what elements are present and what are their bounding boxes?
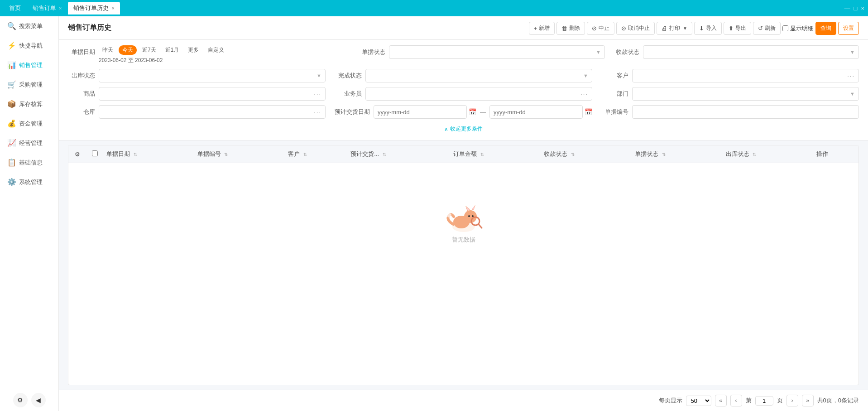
page-size-select[interactable]: 10 20 50 100: [686, 396, 711, 406]
pagination-bar: 每页显示 10 20 50 100 « ‹ 第 页 › » 共0页，0条记录: [59, 390, 868, 411]
th-date: 单据日期 ⇅: [103, 145, 194, 163]
table-settings-icon[interactable]: ⚙: [75, 151, 80, 158]
sidebar: 🔍 搜索菜单 ⚡ 快捷导航 📊 销售管理 🛒 采购管理 📦 库存核算 💰 资金管…: [0, 16, 59, 411]
tab-sales-order[interactable]: 销售订单 ×: [27, 2, 67, 15]
new-button[interactable]: + 新增: [529, 22, 555, 35]
export-icon: ⬆: [729, 25, 734, 32]
sidebar-item-quick-nav[interactable]: ⚡ 快捷导航: [0, 36, 58, 55]
refresh-icon: ↺: [758, 25, 763, 32]
delivery-date-group: 📅 — 📅: [374, 105, 592, 119]
warehouse-input[interactable]: ···: [99, 105, 326, 119]
sort-order-status-icon[interactable]: ⇅: [662, 152, 666, 157]
doc-number-input[interactable]: [632, 105, 859, 119]
product-input[interactable]: ···: [99, 87, 326, 101]
department-select[interactable]: ▼: [632, 87, 859, 101]
tab-sales-order-close[interactable]: ×: [59, 5, 62, 11]
export-button[interactable]: ⬆ 导出: [724, 22, 751, 35]
sort-date-icon[interactable]: ⇅: [134, 152, 137, 157]
sort-delivery-icon[interactable]: ⇅: [383, 152, 386, 157]
tab-bar: 首页 销售订单 × 销售订单历史 × — □ ×: [0, 0, 868, 16]
sidebar-item-finance[interactable]: 💰 资金管理: [0, 114, 58, 133]
import-icon: ⬇: [699, 25, 704, 32]
empty-text: 暂无数据: [452, 236, 475, 244]
prev-page-btn[interactable]: ‹: [730, 395, 742, 406]
sort-out-status-icon[interactable]: ⇅: [753, 152, 756, 157]
stop-button[interactable]: ⊘ 中止: [587, 22, 614, 35]
customer-input[interactable]: ···: [632, 69, 859, 82]
sidebar-bottom: ⚙ ◀: [0, 389, 58, 411]
show-detail-checkbox-label[interactable]: 显示明细: [782, 24, 814, 33]
complete-status-select[interactable]: ▼: [365, 69, 592, 82]
sidebar-settings-btn[interactable]: ⚙: [13, 393, 28, 407]
tab-sales-order-history-close[interactable]: ×: [111, 5, 114, 11]
filter-row4: 仓库 ··· 预计交货日期 📅 — 📅 单据编号: [68, 105, 859, 119]
th-order-status: 单据状态 ⇅: [631, 145, 722, 163]
th-checkbox[interactable]: [86, 145, 103, 163]
sidebar-item-operations[interactable]: 📈 经营管理: [0, 133, 58, 153]
sidebar-collapse-btn[interactable]: ◀: [31, 393, 46, 407]
window-controls: — □ ×: [844, 5, 864, 12]
query-button[interactable]: 查询: [815, 22, 836, 35]
page-title: 销售订单历史: [68, 23, 111, 33]
sidebar-item-sales-mgmt[interactable]: 📊 销售管理: [0, 55, 58, 75]
th-out-status: 出库状态 ⇅: [722, 145, 813, 163]
date-tab-yesterday[interactable]: 昨天: [99, 45, 117, 55]
next-page-btn[interactable]: ›: [786, 395, 798, 406]
delivery-date-start[interactable]: [374, 105, 467, 119]
order-status-select[interactable]: ▼: [389, 45, 605, 59]
import-button[interactable]: ⬇ 导入: [694, 22, 722, 35]
page-number-input[interactable]: [755, 396, 773, 406]
date-range-text: 2023-06-02 至 2023-06-02: [99, 57, 349, 64]
print-arrow-icon: ▼: [683, 26, 687, 31]
tab-home[interactable]: 首页: [4, 2, 26, 15]
sort-amount-icon[interactable]: ⇅: [480, 152, 484, 157]
date-tab-custom[interactable]: 自定义: [204, 45, 228, 55]
sidebar-item-purchase-mgmt[interactable]: 🛒 采购管理: [0, 75, 58, 94]
date-tab-today[interactable]: 今天: [119, 45, 137, 55]
filter-row3: 商品 ··· 业务员 ··· 部门 ▼: [68, 87, 859, 101]
sort-customer-icon[interactable]: ⇅: [303, 152, 307, 157]
delivery-date-start-cal-icon[interactable]: 📅: [469, 108, 476, 116]
collapse-row[interactable]: ∧ 收起更多条件: [68, 123, 859, 135]
date-period-label: 单据日期: [68, 45, 95, 56]
date-tab-more[interactable]: 更多: [184, 45, 202, 55]
delete-button[interactable]: 🗑 删除: [556, 22, 585, 35]
sidebar-item-basic-info[interactable]: 📋 基础信息: [0, 153, 58, 172]
data-table: ⚙ 单据日期 ⇅ 单据编号 ⇅: [68, 145, 858, 280]
filter-order-status: 单据状态 ▼: [358, 45, 605, 59]
window-close[interactable]: ×: [861, 5, 864, 12]
salesperson-input[interactable]: ···: [365, 87, 592, 101]
inventory-icon: 📦: [7, 100, 15, 108]
th-amount: 订单金额 ⇅: [450, 145, 541, 163]
window-maximize[interactable]: □: [854, 5, 858, 12]
date-tab-7days[interactable]: 近7天: [139, 45, 160, 55]
window-minimize[interactable]: —: [844, 5, 850, 12]
stop-icon: ⊘: [592, 25, 597, 32]
last-page-btn[interactable]: »: [802, 395, 814, 406]
filter-department: 部门 ▼: [601, 87, 859, 101]
sidebar-item-system[interactable]: ⚙️ 系统管理: [0, 172, 58, 192]
print-button[interactable]: 🖨 打印 ▼: [657, 22, 692, 35]
settings-button[interactable]: 设置: [838, 22, 859, 35]
payment-status-select[interactable]: ▼: [643, 45, 859, 59]
finance-icon: 💰: [7, 119, 15, 128]
show-detail-checkbox[interactable]: [782, 25, 788, 31]
refresh-button[interactable]: ↺ 刷新: [753, 22, 781, 35]
delivery-date-end[interactable]: [489, 105, 583, 119]
first-page-btn[interactable]: «: [715, 395, 727, 406]
select-all-checkbox[interactable]: [92, 150, 98, 156]
sort-payment-icon[interactable]: ⇅: [571, 152, 575, 157]
print-icon: 🖨: [662, 25, 667, 32]
quick-nav-icon: ⚡: [7, 41, 15, 50]
tab-sales-order-history[interactable]: 销售订单历史 ×: [68, 2, 120, 15]
th-settings[interactable]: ⚙: [68, 145, 86, 163]
sidebar-item-search-menu[interactable]: 🔍 搜索菜单: [0, 16, 58, 36]
date-tabs: 昨天 今天 近7天 近1月 更多 自定义: [99, 45, 349, 55]
cancel-stop-button[interactable]: ⊘ 取消中止: [616, 22, 655, 35]
sidebar-item-inventory[interactable]: 📦 库存核算: [0, 94, 58, 114]
delivery-date-end-cal-icon[interactable]: 📅: [585, 108, 592, 116]
cancel-stop-icon: ⊘: [621, 25, 626, 32]
sort-number-icon[interactable]: ⇅: [224, 152, 228, 157]
date-tab-1month[interactable]: 近1月: [162, 45, 183, 55]
outbound-status-select[interactable]: ▼: [99, 69, 326, 82]
